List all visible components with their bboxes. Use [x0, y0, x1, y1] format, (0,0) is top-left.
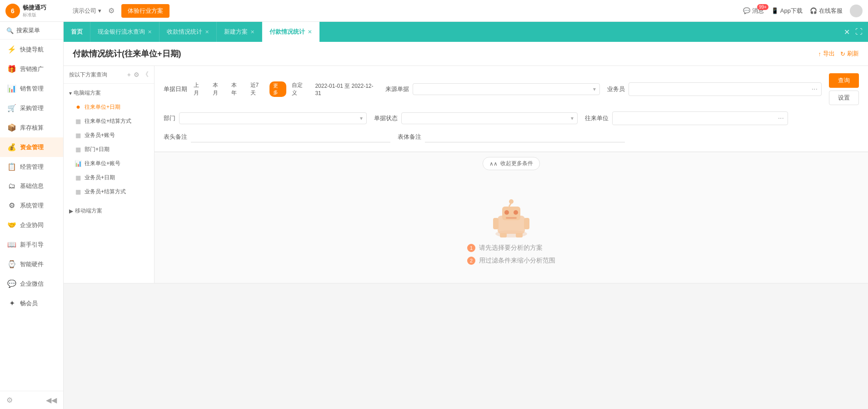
- partner-select[interactable]: ···: [612, 111, 788, 125]
- this-year-btn[interactable]: 本年: [229, 81, 245, 98]
- tab-close-all-icon[interactable]: ✕: [842, 26, 852, 38]
- staff-select[interactable]: ···: [629, 82, 822, 96]
- refresh-button[interactable]: ↻ 刷新: [840, 50, 859, 58]
- body-note-input[interactable]: [425, 131, 624, 142]
- scheme-item-label: 业务员+结算方式: [85, 188, 126, 196]
- scheme-item-table-icon: ▦: [75, 146, 82, 153]
- sidebar-item-inventory[interactable]: 📦 库存核算: [0, 118, 63, 137]
- sidebar-item-label: 基础信息: [20, 182, 44, 190]
- notif-badge: 99+: [757, 4, 768, 10]
- chevron-down-icon: ▾: [69, 90, 72, 96]
- staff-dots-icon[interactable]: ···: [812, 85, 818, 93]
- scheme-collapse-icon[interactable]: 《: [142, 71, 149, 79]
- online-service-btn[interactable]: 🎧 在线客服: [810, 7, 843, 15]
- sidebar-item-label: 经营管理: [20, 163, 44, 171]
- scheme-item-active-icon: ●: [75, 103, 82, 111]
- last-month-btn[interactable]: 上月: [191, 81, 207, 98]
- sidebar-item-purchase[interactable]: 🛒 采购管理: [0, 98, 63, 118]
- voucher-status-label: 单据状态: [374, 114, 398, 122]
- settings-button[interactable]: 设置: [829, 91, 859, 105]
- dept-filter-item: 部门 ▾: [164, 112, 367, 124]
- scheme-item-unit-account[interactable]: 📊 往来单位+账号: [64, 157, 154, 171]
- more-btn[interactable]: 更多: [269, 81, 287, 97]
- sidebar-item-business[interactable]: 📋 经营管理: [0, 157, 63, 177]
- add-scheme-icon[interactable]: +: [127, 71, 131, 78]
- tab-home[interactable]: 首页: [64, 22, 90, 42]
- notification-area[interactable]: 💬 消息 99+: [743, 7, 764, 15]
- hardware-icon: ⌚: [7, 260, 16, 268]
- tab-receipt-stats-close[interactable]: ✕: [205, 29, 209, 35]
- sidebar-item-enterprise[interactable]: 🤝 企业协同: [0, 215, 63, 235]
- sidebar-item-system[interactable]: ⚙ 系统管理: [0, 196, 63, 215]
- user-avatar[interactable]: [850, 5, 863, 17]
- dept-select[interactable]: ▾: [179, 112, 367, 124]
- tab-bank-flow-close[interactable]: ✕: [148, 29, 152, 35]
- sidebar-bottom: ⚙ ◀◀: [0, 391, 63, 409]
- desktop-section-title[interactable]: ▾ 电脑端方案: [64, 86, 154, 100]
- logo-sub: 标准版: [23, 12, 46, 18]
- marketing-icon: 🎁: [7, 65, 16, 73]
- tab-new-scheme[interactable]: 新建方案 ✕: [217, 22, 262, 42]
- source-select[interactable]: ▾: [413, 83, 600, 95]
- sidebar-item-guide[interactable]: 📖 新手引导: [0, 235, 63, 254]
- partner-dots-icon[interactable]: ···: [778, 114, 784, 122]
- desktop-section-label: 电脑端方案: [74, 89, 101, 97]
- sidebar-item-quick-nav[interactable]: ⚡ 快捷导航: [0, 40, 63, 59]
- sidebar-collapse-icon[interactable]: ◀◀: [46, 396, 57, 404]
- mobile-section-label: 移动端方案: [75, 207, 102, 215]
- tab-bank-flow[interactable]: 现金银行流水查询 ✕: [90, 22, 160, 42]
- tab-expand-icon[interactable]: ⛶: [853, 26, 864, 38]
- header-note-input[interactable]: [191, 131, 390, 142]
- sidebar-settings-icon[interactable]: ⚙: [6, 396, 13, 404]
- scheme-setting-icon[interactable]: ⚙: [134, 71, 140, 78]
- trial-button[interactable]: 体验行业方案: [121, 4, 170, 18]
- scheme-item-unit-settle[interactable]: ▦ 往来单位+结算方式: [64, 114, 154, 128]
- tab-payment-stats[interactable]: 付款情况统计 ✕: [262, 22, 319, 42]
- svg-rect-6: [493, 218, 499, 229]
- svg-rect-7: [524, 218, 529, 229]
- scheme-item-unit-date[interactable]: ● 往来单位+日期: [64, 100, 154, 114]
- custom-btn[interactable]: 自定义: [289, 81, 310, 98]
- voucher-status-select[interactable]: ▾: [401, 112, 577, 124]
- query-button[interactable]: 查询: [829, 73, 859, 88]
- settings-icon-btn[interactable]: ⚙: [105, 5, 118, 17]
- header-note-label: 表头备注: [164, 133, 187, 141]
- header-note-item: 表头备注: [164, 131, 390, 142]
- tab-new-scheme-close[interactable]: ✕: [250, 29, 254, 35]
- tab-receipt-stats[interactable]: 收款情况统计 ✕: [160, 22, 217, 42]
- scheme-item-staff-settle[interactable]: ▦ 业务员+结算方式: [64, 185, 154, 199]
- sidebar-item-sales[interactable]: 📊 销售管理: [0, 79, 63, 98]
- svg-point-3: [504, 210, 509, 215]
- scheme-item-dept-date[interactable]: ▦ 部门+日期: [64, 142, 154, 157]
- refresh-label: 刷新: [847, 50, 859, 58]
- headset-icon: 🎧: [810, 7, 817, 14]
- collapse-btn-area: ∧∧ 收起更多条件: [155, 152, 868, 175]
- scheme-item-staff-account[interactable]: ▦ 业务员+账号: [64, 128, 154, 142]
- sidebar-item-hardware[interactable]: ⌚ 智能硬件: [0, 254, 63, 274]
- search-menu[interactable]: 🔍 搜索菜单: [0, 22, 63, 40]
- top-bar-left: 6 畅捷通巧 标准版 演示公司 ▾ ⚙ 体验行业方案: [5, 4, 170, 18]
- collapse-more-btn[interactable]: ∧∧ 收起更多条件: [483, 157, 540, 170]
- company-selector[interactable]: 演示公司 ▾: [73, 7, 101, 15]
- app-download-btn[interactable]: 📱 App下载: [771, 7, 803, 15]
- sidebar-item-weixin[interactable]: 💬 企业微信: [0, 274, 63, 293]
- tip-num-1: 1: [467, 244, 475, 252]
- scheme-item-staff-date[interactable]: ▦ 业务员+日期: [64, 171, 154, 185]
- scheme-item-table-icon: ▦: [75, 188, 82, 195]
- partner-label: 往来单位: [585, 114, 609, 122]
- sidebar-item-member[interactable]: ✦ 畅会员: [0, 293, 63, 313]
- this-month-btn[interactable]: 本月: [210, 81, 226, 98]
- export-button[interactable]: ↑ 导出: [818, 50, 835, 58]
- mobile-section-title[interactable]: ▶ 移动端方案: [64, 204, 154, 217]
- tip-text-1: 请先选择要分析的方案: [479, 244, 543, 252]
- sidebar-item-marketing[interactable]: 🎁 营销推广: [0, 59, 63, 79]
- sidebar-item-capital[interactable]: 💰 资金管理: [0, 137, 63, 157]
- date-options: 上月 本月 本年 近7天 更多 自定义 2022-01-01 至 2022-12…: [191, 81, 378, 98]
- dept-arrow-icon: ▾: [360, 115, 363, 121]
- last7-btn[interactable]: 近7天: [248, 81, 267, 98]
- enterprise-icon: 🤝: [7, 221, 16, 229]
- empty-tip-2: 2 用过滤条件来缩小分析范围: [467, 257, 555, 265]
- sidebar-item-basic-info[interactable]: 🗂 基础信息: [0, 177, 63, 196]
- tab-payment-stats-close[interactable]: ✕: [308, 29, 312, 35]
- date-range-input[interactable]: 2022-01-01 至 2022-12-31: [315, 82, 378, 96]
